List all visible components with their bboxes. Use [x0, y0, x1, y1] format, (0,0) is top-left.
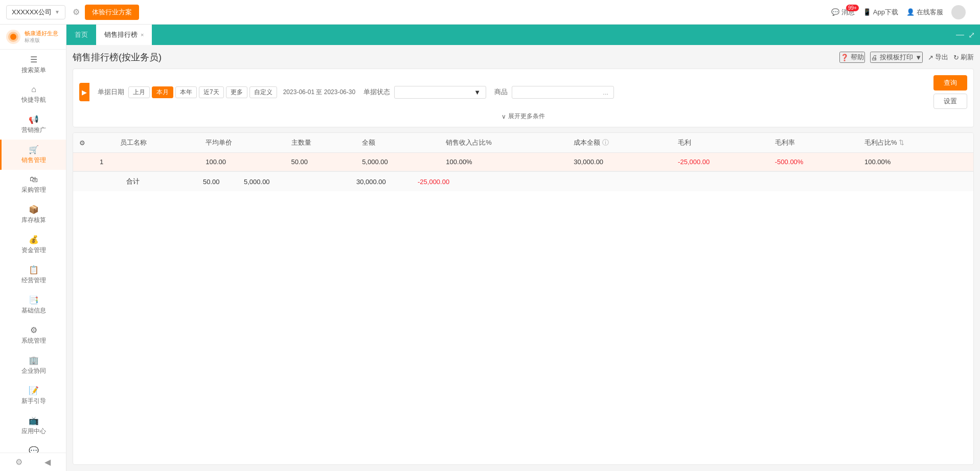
sidebar-navigation-label: 快捷导航 [21, 96, 46, 104]
search-menu-icon: ☰ [30, 55, 37, 64]
message-button[interactable]: 💬 消息 99+ [831, 8, 855, 17]
footer-main-qty: 50.00 [197, 178, 238, 186]
experience-button[interactable]: 体验行业方案 [85, 5, 139, 20]
sidebar-item-finance[interactable]: 💰 资金管理 [0, 230, 66, 260]
last-month-button[interactable]: 上月 [128, 86, 150, 98]
more-date-button[interactable]: 更多 [226, 86, 247, 98]
cell-main-qty: 50.00 [285, 153, 356, 171]
help-icon: ❓ [840, 54, 849, 61]
sidebar-collapse-icon[interactable]: ◀ [44, 457, 51, 467]
goods-filter-group: 商品 ... [494, 86, 614, 99]
company-name: XXXXXX公司 [12, 8, 52, 17]
table-wrapper: ⚙ 员工名称 平均单价 主数量 全额 销售收入占比% 成本全额 ⓘ 毛利 [73, 133, 973, 171]
th-profit-rate: 毛利率 [769, 133, 858, 153]
profit-pct-sort-icon[interactable]: ⇅ [899, 139, 904, 146]
th-settings[interactable]: ⚙ [73, 133, 94, 153]
expand-row: ∨ 展开更多条件 [79, 109, 967, 121]
goods-select[interactable]: ... [512, 86, 614, 99]
export-icon: ↗ [928, 54, 933, 61]
sidebar-gear-icon[interactable]: ⚙ [15, 457, 22, 467]
help-button[interactable]: ❓ 帮助 [839, 52, 865, 63]
expand-conditions-button[interactable]: ∨ 展开更多条件 [502, 112, 545, 121]
sidebar-marketing-label: 营销推广 [21, 126, 46, 134]
status-filter-group: 单据状态 ▼ [363, 86, 486, 99]
tab-sales-rank[interactable]: 销售排行榜 × [96, 25, 152, 45]
sidebar-basic-label: 基础信息 [21, 306, 46, 315]
sidebar-item-appstore[interactable]: 📺 应用中心 [0, 411, 66, 441]
company-selector[interactable]: XXXXXX公司 ▼ [6, 5, 65, 19]
table-footer: 合计 50.00 5,000.00 30,000.00 -25,000.00 [73, 171, 973, 191]
th-name: 员工名称 [114, 133, 199, 153]
this-month-button[interactable]: 本月 [152, 86, 173, 98]
last7days-button[interactable]: 近7天 [199, 86, 224, 98]
page-title: 销售排行榜(按业务员) [73, 51, 162, 63]
finance-icon: 💰 [29, 235, 39, 244]
service-icon: 👤 [906, 8, 915, 16]
tab-home[interactable]: 首页 [66, 25, 96, 45]
page-header: 销售排行榜(按业务员) ❓ 帮助 🖨 按模板打印 ▼ ↗ [73, 51, 974, 63]
refresh-icon: ↻ [953, 54, 959, 61]
custom-date-button[interactable]: 自定义 [249, 86, 277, 98]
this-year-button[interactable]: 本年 [175, 86, 197, 98]
sidebar-item-navigation[interactable]: ⌂ 快捷导航 [0, 80, 66, 109]
th-profit: 毛利 [672, 133, 769, 153]
sidebar-item-enterprise[interactable]: 🏢 企业协同 [0, 350, 66, 380]
online-service-button[interactable]: 👤 在线客服 [906, 8, 943, 17]
sidebar-item-marketing[interactable]: 📢 营销推广 [0, 109, 66, 140]
tab-close-icon[interactable]: × [141, 32, 144, 38]
help-label: 帮助 [851, 53, 864, 62]
date-range-display: 2023-06-01 至 2023-06-30 [283, 88, 355, 97]
sidebar-item-purchase[interactable]: 🛍 采购管理 [0, 170, 66, 199]
settings-gear-icon[interactable]: ⚙ [73, 7, 80, 17]
date-buttons: 上月 本月 本年 近7天 更多 自定义 [128, 86, 277, 98]
template-print-label: 按模板打印 [880, 53, 913, 62]
cell-name [114, 153, 199, 171]
enterprise-icon: 🏢 [29, 355, 39, 365]
sidebar-item-wechat[interactable]: 💬 企业微信 [0, 441, 66, 453]
collapse-icon: ▶ [82, 88, 87, 96]
date-filter-label: 单据日期 [98, 87, 124, 97]
export-label: 导出 [935, 53, 948, 62]
sidebar-item-sales[interactable]: 🛒 销售管理 [0, 140, 66, 170]
cell-settings [73, 153, 94, 171]
refresh-button[interactable]: ↻ 刷新 [953, 53, 974, 62]
th-rank [94, 133, 114, 153]
footer-profit: -25,000.00 [412, 178, 463, 186]
logo-subtitle: 标准版 [25, 37, 58, 44]
header-actions: ❓ 帮助 🖨 按模板打印 ▼ ↗ 导出 ↻ [839, 52, 974, 63]
filter-actions: 查询 设置 [933, 75, 967, 109]
cell-sales-pct: 100.00% [440, 153, 567, 171]
avatar[interactable] [951, 5, 966, 19]
export-button[interactable]: ↗ 导出 [928, 53, 948, 62]
sidebar-item-guide[interactable]: 📝 新手引导 [0, 380, 66, 411]
template-print-button[interactable]: 🖨 按模板打印 ▼ [870, 52, 923, 63]
query-button[interactable]: 查询 [933, 75, 967, 91]
sidebar-purchase-label: 采购管理 [21, 186, 46, 194]
footer-total: 5,000.00 [238, 178, 289, 186]
tab-home-label: 首页 [75, 30, 88, 39]
sidebar-item-search[interactable]: ☰ 搜索菜单 [0, 50, 66, 80]
th-main-qty: 主数量 [285, 133, 356, 153]
filter-settings-button[interactable]: 设置 [933, 94, 967, 109]
tab-minimize-button[interactable]: — [956, 30, 964, 39]
tab-maximize-button[interactable]: ⤢ [968, 30, 975, 40]
appstore-icon: 📺 [29, 416, 39, 425]
app-download-button[interactable]: 📱 App下载 [863, 8, 898, 17]
sidebar-item-system[interactable]: ⚙ 系统管理 [0, 320, 66, 350]
svg-point-2 [10, 34, 16, 40]
expand-chevron-icon: ∨ [502, 113, 506, 120]
topbar-right: 💬 消息 99+ 📱 App下载 👤 在线客服 [831, 5, 974, 19]
content-area: 首页 销售排行榜 × — ⤢ 销售排行榜(按业务员) [66, 25, 980, 471]
sidebar-item-management[interactable]: 📋 经营管理 [0, 260, 66, 290]
status-select[interactable]: ▼ [394, 86, 486, 99]
sidebar-item-basic[interactable]: 📑 基础信息 [0, 290, 66, 320]
filter-row-main: ▶ 单据日期 上月 本月 本年 近7天 更多 [79, 75, 967, 109]
th-cost: 成本全额 ⓘ [567, 133, 672, 153]
logo-title: 畅康通好生意 [25, 30, 58, 37]
collapse-arrow[interactable]: ▶ [79, 83, 89, 101]
sidebar-item-inventory[interactable]: 📦 库存核算 [0, 199, 66, 230]
table-card: ⚙ 员工名称 平均单价 主数量 全额 销售收入占比% 成本全额 ⓘ 毛利 [73, 132, 974, 465]
cell-profit-pct: 100.00% [858, 153, 973, 171]
cell-cost: 30,000.00 [567, 153, 672, 171]
sidebar-finance-label: 资金管理 [21, 246, 46, 255]
